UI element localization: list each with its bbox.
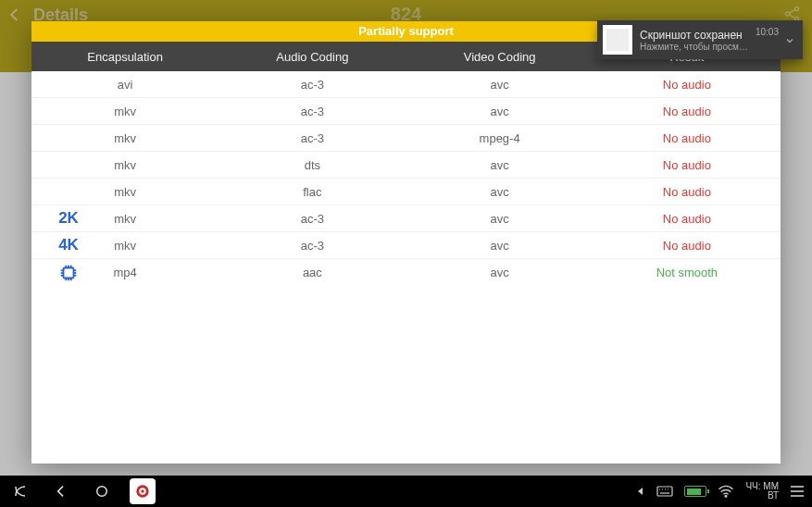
nav-home-button[interactable]	[81, 476, 122, 507]
table-row[interactable]: 2Kmkvac-3avcNo audio	[31, 205, 781, 232]
table-body[interactable]: aviac-3avcNo audiomkvac-3avcNo audiomkva…	[31, 71, 781, 464]
col-video-coding: Video Coding	[406, 50, 593, 64]
cell-audio: ac-3	[219, 239, 406, 253]
cell-encapsulation: mkv	[31, 158, 219, 172]
cell-audio: dts	[219, 158, 406, 172]
table-row[interactable]: mkvflacavcNo audio	[31, 179, 781, 205]
col-audio-coding: Audio Coding	[219, 50, 406, 64]
row-marker: 2K	[52, 209, 85, 228]
table-row[interactable]: aviac-3avcNo audio	[31, 71, 781, 98]
toast-subtitle: Нажмите, чтобы просмотреть	[640, 42, 750, 52]
cell-audio: ac-3	[219, 131, 406, 145]
tray-keyboard-icon[interactable]	[656, 486, 673, 497]
system-nav-bar: ЧЧ: ММ ВТ	[0, 476, 812, 507]
cell-encapsulation: avi	[31, 78, 219, 92]
table-row[interactable]: mkvac-3avcNo audio	[31, 98, 781, 125]
tray-triangle-left-icon[interactable]	[636, 487, 645, 496]
table-row[interactable]: mkvdtsavcNo audio	[31, 152, 781, 179]
cell-audio: ac-3	[219, 78, 406, 92]
toast-time: 10:03	[756, 27, 779, 37]
cell-result: Not smooth	[593, 266, 781, 279]
cell-video: avc	[406, 185, 593, 199]
chevron-down-icon[interactable]	[782, 35, 797, 46]
cell-audio: ac-3	[219, 105, 406, 118]
table-row[interactable]: mp4aacavcNot smooth	[31, 259, 781, 286]
cell-video: avc	[406, 212, 593, 226]
cell-encapsulation: mkv	[31, 185, 219, 199]
cell-audio: ac-3	[219, 212, 406, 226]
clock-line2: ВТ	[745, 491, 779, 501]
cell-result: No audio	[593, 131, 781, 145]
cpu-icon	[52, 263, 85, 283]
svg-point-29	[726, 495, 728, 497]
details-modal: Partially support Encapsulation Audio Co…	[31, 21, 781, 464]
toast-title: Скриншот сохранен	[640, 29, 750, 42]
svg-marker-22	[638, 488, 643, 495]
table-row[interactable]: 4Kmkvac-3avcNo audio	[31, 232, 781, 259]
cell-video: avc	[406, 266, 593, 279]
row-marker: 4K	[52, 236, 85, 254]
svg-rect-23	[657, 487, 672, 496]
cell-encapsulation: mkv	[31, 131, 219, 145]
cell-video: avc	[406, 239, 593, 253]
cell-video: avc	[406, 78, 593, 92]
sys-logo-icon[interactable]	[0, 476, 41, 507]
nav-back-button[interactable]	[41, 476, 81, 507]
tray-battery-icon	[684, 486, 706, 497]
tray-menu-icon[interactable]	[790, 485, 805, 498]
cell-video: mpeg-4	[406, 131, 593, 145]
cell-audio: aac	[219, 266, 406, 279]
svg-rect-5	[64, 267, 74, 278]
col-encapsulation: Encapsulation	[31, 50, 219, 64]
tray-wifi-icon	[718, 485, 734, 498]
cell-result: No audio	[593, 239, 781, 253]
cell-result: No audio	[593, 185, 781, 199]
cell-encapsulation: mkv	[31, 105, 219, 118]
cell-video: avc	[406, 105, 593, 118]
running-app-icon[interactable]	[122, 476, 163, 507]
tray-clock: ЧЧ: ММ ВТ	[745, 482, 779, 501]
cell-video: avc	[406, 158, 593, 172]
svg-point-21	[141, 489, 144, 492]
cell-result: No audio	[593, 105, 781, 118]
cell-result: No audio	[593, 78, 781, 92]
screenshot-toast[interactable]: Скриншот сохранен Нажмите, чтобы просмот…	[597, 20, 803, 59]
toast-thumbnail	[603, 25, 632, 55]
cell-result: No audio	[593, 212, 781, 226]
table-row[interactable]: mkvac-3mpeg-4No audio	[31, 125, 781, 152]
svg-point-18	[97, 487, 107, 497]
cell-result: No audio	[593, 158, 781, 172]
cell-audio: flac	[219, 185, 406, 199]
